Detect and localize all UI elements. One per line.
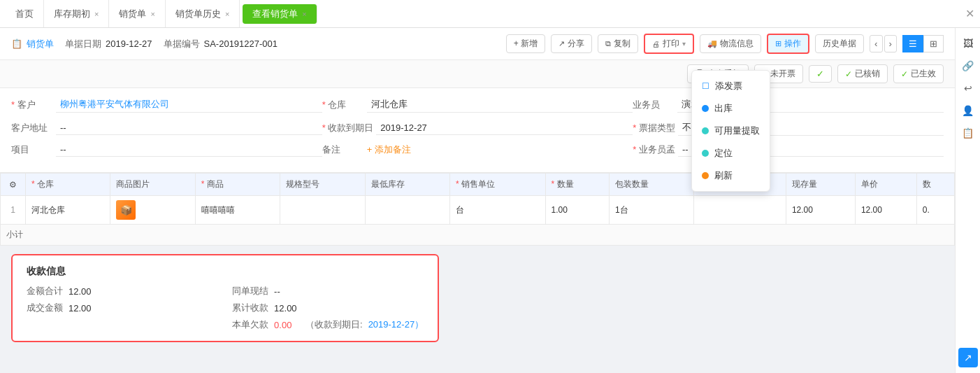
grid-view-button[interactable]: ⊞ — [923, 35, 944, 52]
doc-number-meta: 单据编号 SA-20191227-001 — [164, 38, 278, 50]
form-area: 客户 柳州粤港平安气体有限公司 仓库 河北仓库 业务员 演示账号 客户地址 --… — [0, 88, 955, 173]
prev-button[interactable]: ‹ — [870, 35, 882, 52]
tab-sales-history[interactable]: 销货单历史 × — [166, 0, 240, 27]
dot-orange — [702, 172, 709, 179]
effective-button[interactable]: ✓ 已生效 — [893, 64, 944, 83]
col-quantity: * 数量 — [545, 174, 610, 196]
operate-dropdown: ☐ 添发票 出库 可用量提取 定位 刷新 — [691, 70, 770, 192]
row-image: 📦 — [110, 196, 195, 225]
dropdown-add-invoice[interactable]: ☐ 添发票 — [692, 75, 770, 97]
row-price: 12.00 — [855, 196, 916, 225]
table-row: 1 河北仓库 📦 嘻嘻嘻嘻 台 1.00 1台 12.00 12.00 0. — [1, 196, 955, 225]
row-stock: 12.00 — [786, 196, 855, 225]
warehouse-field: 仓库 河北仓库 — [322, 97, 633, 113]
payment-box: 收款信息 金额合计 12.00 同单现结 -- 成交金额 12.00 累计收款 … — [11, 254, 439, 342]
col-min-stock: 最低库存 — [365, 174, 449, 196]
payment-grid: 金额合计 12.00 同单现结 -- 成交金额 12.00 累计收款 12.00 — [27, 285, 424, 331]
close-view-sales-tab[interactable]: × — [302, 10, 306, 18]
project-field: 项目 -- — [11, 143, 322, 157]
sub-toolbar: 📱 来自手机 未开票 ✓ ✓ 已核销 ✓ 已生效 — [0, 60, 955, 88]
col-stock: 现存量 — [786, 174, 855, 196]
row-pack-qty: 1台 — [610, 196, 694, 225]
staff-field: 业务员 演示账号 — [633, 97, 944, 113]
col-product: * 商品 — [195, 174, 280, 196]
dropdown-available-qty[interactable]: 可用量提取 — [692, 120, 770, 142]
right-sidebar: 🖼 🔗 ↩ 👤 📋 ↗ — [955, 28, 980, 351]
col-unit: * 销售单位 — [450, 174, 545, 196]
col-warehouse: * 仓库 — [26, 174, 110, 196]
sidebar-return-icon[interactable]: ↩ — [958, 78, 978, 98]
doc-header: 📋 销货单 单据日期 2019-12-27 单据编号 SA-20191227-0… — [0, 28, 955, 60]
row-number: 1 — [1, 196, 26, 225]
sidebar-expand-icon[interactable]: ↗ — [958, 348, 978, 351]
print-button[interactable]: 🖨 打印 ▾ — [644, 34, 694, 54]
col-price: 单价 — [855, 174, 916, 196]
payment-title: 收款信息 — [27, 265, 424, 278]
row-quantity: 1.00 — [545, 196, 610, 225]
subtotal-label: 小计 — [1, 225, 955, 246]
col-image: 商品图片 — [110, 174, 195, 196]
row-warehouse: 河北仓库 — [26, 196, 110, 225]
sidebar-image-icon[interactable]: 🖼 — [958, 34, 978, 53]
nav-arrows: ‹ › — [870, 35, 897, 52]
tab-inventory-init[interactable]: 库存期初 × — [44, 0, 109, 27]
dropdown-outbound[interactable]: 出库 — [692, 97, 770, 120]
row-unit: 台 — [450, 196, 545, 225]
sidebar-link-icon[interactable]: 🔗 — [958, 56, 978, 76]
ticket-field: 票据类型 不开票 — [633, 120, 944, 136]
dot-cyan-2 — [702, 150, 709, 157]
doc-title-icon: 📋 — [11, 38, 22, 49]
product-image: 📦 — [116, 200, 136, 220]
doc-actions: + 新增 ↗ 分享 ⧉ 复制 🖨 打印 ▾ 🚚 物流信息 ⊞ 操作 — [506, 34, 944, 54]
row-available — [694, 196, 786, 225]
row-min-stock — [365, 196, 449, 225]
doc-date-meta: 单据日期 2019-12-27 — [65, 38, 152, 50]
list-view-button[interactable]: ☰ — [902, 35, 923, 52]
add-note-button[interactable]: + 添加备注 — [367, 143, 411, 156]
tab-bar: 首页 库存期初 × 销货单 × 销货单历史 × 查看销货单 × ✕ — [0, 0, 980, 28]
tab-sales-order[interactable]: 销货单 × — [109, 0, 165, 27]
row-spec — [280, 196, 365, 225]
same-order-item: 同单现结 -- — [232, 285, 424, 297]
product-table: ⚙ * 仓库 商品图片 * 商品 规格型号 最低库存 * 销售单位 * 数量 包… — [0, 173, 955, 246]
operate-button[interactable]: ⊞ 操作 — [767, 34, 809, 54]
sales-staff-field: 业务员孟 -- — [633, 143, 944, 157]
tab-view-sales-order[interactable]: 查看销货单 × — [243, 4, 317, 24]
window-close-button[interactable]: ✕ — [965, 7, 974, 20]
history-button[interactable]: 历史单据 — [815, 34, 864, 53]
col-pack-qty: 包装数量 — [610, 174, 694, 196]
customer-field: 客户 柳州粤港平安气体有限公司 — [11, 97, 322, 113]
cancelled-button[interactable]: ✓ 已核销 — [837, 64, 888, 83]
next-button[interactable]: › — [884, 35, 897, 52]
subtotal-row: 小计 — [1, 225, 955, 246]
copy-button[interactable]: ⧉ 复制 — [598, 34, 638, 53]
logistics-button[interactable]: 🚚 物流信息 — [700, 34, 761, 53]
row-amount: 0. — [916, 196, 954, 225]
address-field: 客户地址 -- — [11, 121, 322, 135]
product-table-wrapper: ⚙ * 仓库 商品图片 * 商品 规格型号 最低库存 * 销售单位 * 数量 包… — [0, 173, 955, 246]
share-button[interactable]: ↗ 分享 — [551, 34, 592, 53]
cumulative-item: 累计收款 12.00 — [232, 302, 424, 314]
note-field: 备注 + 添加备注 — [322, 143, 633, 156]
close-sales-order-tab[interactable]: × — [150, 10, 154, 18]
dropdown-refresh[interactable]: 刷新 — [692, 164, 770, 187]
sidebar-doc-icon[interactable]: 📋 — [958, 123, 978, 143]
new-button[interactable]: + 新增 — [506, 34, 545, 53]
row-product: 嘻嘻嘻嘻 — [195, 196, 280, 225]
dropdown-locate[interactable]: 定位 — [692, 142, 770, 164]
col-amount: 数 — [916, 174, 954, 196]
sidebar-user-icon[interactable]: 👤 — [958, 101, 978, 120]
close-inventory-tab[interactable]: × — [94, 10, 99, 18]
check-button[interactable]: ✓ — [809, 65, 832, 83]
dot-cyan-1 — [702, 127, 709, 134]
due-date-field: 收款到期日 2019-12-27 — [322, 121, 633, 135]
total-item: 金额合计 12.00 — [27, 285, 218, 297]
transaction-item: 成交金额 12.00 — [27, 302, 218, 314]
dot-blue — [702, 105, 709, 112]
close-sales-history-tab[interactable]: × — [225, 10, 229, 18]
col-spec: 规格型号 — [280, 174, 365, 196]
doc-title-text: 销货单 — [27, 38, 54, 50]
bottom-area: 收款信息 金额合计 12.00 同单现结 -- 成交金额 12.00 累计收款 … — [0, 246, 955, 351]
col-settings[interactable]: ⚙ — [1, 174, 26, 196]
tab-home[interactable]: 首页 — [6, 0, 44, 27]
